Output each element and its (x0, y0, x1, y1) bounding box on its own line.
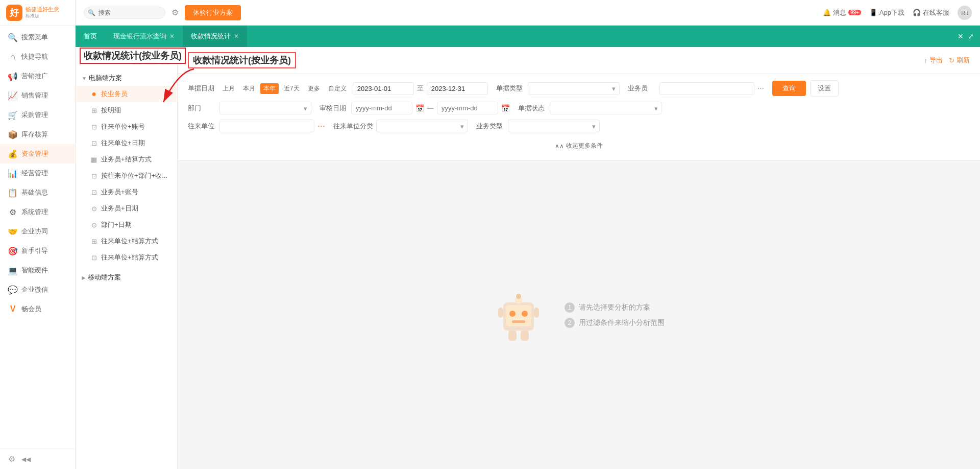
tab-home[interactable]: 首页 (76, 26, 105, 47)
sidebar-item-marketing[interactable]: 📢 营销推广 (0, 66, 75, 86)
tab-bar: 首页 现金银行流水查询 ✕ 收款情况统计 ✕ ✕ ⤢ (76, 26, 980, 47)
sidebar-item-operation[interactable]: 📊 经营管理 (0, 163, 75, 183)
sidebar-item-capital[interactable]: 💰 资金管理 (0, 144, 75, 163)
online-service-btn[interactable]: 🎧 在线客服 (913, 8, 949, 17)
tab-close-bank-flow[interactable]: ✕ (169, 33, 175, 40)
svg-rect-7 (498, 308, 503, 318)
purchase-icon: 🛒 (8, 110, 17, 120)
date-end-input[interactable] (427, 82, 488, 95)
review-date-start[interactable] (351, 102, 412, 114)
date-filter-item: 单据日期 上月 本月 本年 近7天 更多 自定义 至 (188, 82, 488, 95)
mobile-section-title[interactable]: ▶ 移动端方案 (76, 270, 177, 285)
svg-rect-8 (534, 308, 539, 318)
enterprise-icon: 🤝 (8, 227, 17, 236)
trial-button[interactable]: 体验行业方案 (185, 5, 241, 20)
scheme-item-salesman-account[interactable]: ⊡ 业务员+账号 (76, 184, 177, 200)
scheme-item-partner-account[interactable]: ⊡ 往来单位+账号 (76, 119, 177, 135)
salesman-account-icon: ⊡ (90, 188, 98, 196)
scheme-item-partner-settlement2[interactable]: ⊡ 往来单位+结算方式 (76, 249, 177, 266)
partner-input[interactable] (219, 120, 314, 132)
sidebar-item-enterprise[interactable]: 🤝 企业协同 (0, 222, 75, 241)
voucher-type-label: 单据类型 (496, 84, 525, 93)
salesman-date-icon: ⊙ (90, 204, 98, 213)
sidebar-item-inventory[interactable]: 📦 库存核算 (0, 125, 75, 144)
sidebar: 好 畅捷通好生意 标准版 🔍 搜索菜单 ⌂ 快捷导航 📢 营销推广 📈 销售管理… (0, 0, 76, 469)
scheme-item-partner-dept-recv[interactable]: ⊡ 按往来单位+部门+收... (76, 168, 177, 184)
basic-info-icon: 📋 (8, 188, 17, 197)
footer-settings-icon[interactable]: ⚙ (8, 454, 15, 464)
voucher-type-item: 单据类型 (496, 82, 620, 95)
svg-point-3 (522, 311, 528, 317)
notification-icon: 🔔 (823, 9, 831, 16)
scheme-item-partner-settlement1[interactable]: ⊞ 往来单位+结算方式 (76, 233, 177, 249)
scheme-item-by-detail[interactable]: ⊞ 按明细 (76, 102, 177, 119)
close-window-icon[interactable]: ✕ (958, 32, 964, 40)
dept-select[interactable] (219, 102, 311, 114)
date-tab-this-year[interactable]: 本年 (260, 83, 279, 94)
sidebar-item-search-menu[interactable]: 🔍 搜索菜单 (0, 28, 75, 47)
business-type-item: 业务类型 (476, 120, 600, 132)
voucher-status-select[interactable] (550, 102, 662, 114)
salesman-icon: ● (90, 90, 98, 98)
partner-category-select-wrap (376, 120, 468, 132)
page-content: 按以下方案查询 + ⚙ « ▼ 电脑端方案 ● 按业务员 ⊞ (76, 47, 980, 469)
date-label: 单据日期 (188, 84, 216, 93)
scheme-item-salesman-date[interactable]: ⊙ 业务员+日期 (76, 200, 177, 217)
calendar-icon-1[interactable]: 📅 (415, 104, 424, 112)
footer-collapse-icon[interactable]: ◀◀ (21, 456, 31, 463)
add-scheme-btn[interactable]: + (131, 53, 142, 64)
voucher-type-select[interactable] (528, 82, 620, 95)
refresh-btn[interactable]: ↻ 刷新 (949, 56, 970, 65)
sidebar-item-quick-nav[interactable]: ⌂ 快捷导航 (0, 47, 75, 66)
sidebar-item-wechat[interactable]: 💬 企业微信 (0, 280, 75, 299)
partner-more-btn[interactable]: ··· (317, 121, 325, 131)
desktop-scheme-section: ▼ 电脑端方案 ● 按业务员 ⊞ 按明细 ⊡ 往来单位+账号 ⊡ 往来单位+ (76, 68, 177, 268)
business-type-select[interactable] (508, 120, 600, 132)
review-date-end[interactable] (437, 102, 498, 114)
scheme-item-salesman-settlement[interactable]: ▦ 业务员+结算方式 (76, 151, 177, 168)
mobile-scheme-section: ▶ 移动端方案 (76, 268, 177, 287)
sidebar-item-smart-hw[interactable]: 💻 智能硬件 (0, 261, 75, 280)
sidebar-item-basic-info[interactable]: 📋 基础信息 (0, 183, 75, 202)
user-avatar[interactable]: Rit (958, 6, 972, 20)
scheme-item-dept-date[interactable]: ⊙ 部门+日期 (76, 217, 177, 233)
sidebar-item-sales[interactable]: 📈 销售管理 (0, 86, 75, 105)
date-tab-custom[interactable]: 自定义 (325, 83, 350, 94)
partner-label: 往来单位 (188, 122, 216, 131)
desktop-section-title[interactable]: ▼ 电脑端方案 (76, 71, 177, 86)
tab-close-receivable[interactable]: ✕ (234, 33, 239, 40)
maximize-window-icon[interactable]: ⤢ (968, 32, 974, 40)
search-input[interactable] (84, 7, 165, 19)
desktop-arrow-icon: ▼ (82, 76, 87, 81)
tab-bank-flow[interactable]: 现金银行流水查询 ✕ (105, 26, 183, 47)
salesman-input[interactable] (659, 82, 754, 95)
date-tab-last-month[interactable]: 上月 (219, 83, 238, 94)
date-tab-this-month[interactable]: 本月 (240, 83, 258, 94)
sidebar-item-guide[interactable]: 🎯 新手引导 (0, 241, 75, 261)
scheme-item-partner-date[interactable]: ⊡ 往来单位+日期 (76, 135, 177, 151)
scheme-item-by-salesman[interactable]: ● 按业务员 (76, 86, 177, 102)
left-panel-actions: + ⚙ « (131, 53, 171, 64)
date-tab-7days[interactable]: 近7天 (281, 83, 303, 94)
sidebar-item-purchase[interactable]: 🛒 采购管理 (0, 105, 75, 125)
calendar-icon-2[interactable]: 📅 (501, 104, 510, 112)
export-btn[interactable]: ↑ 导出 (924, 56, 943, 65)
sidebar-item-system[interactable]: ⚙ 系统管理 (0, 202, 75, 222)
app-download-btn[interactable]: 📱 App下载 (869, 8, 904, 17)
home-icon: ⌂ (8, 52, 17, 61)
page-title-bar: 收款情况统计(按业务员) ↑ 导出 ↻ 刷新 (178, 47, 980, 74)
salesman-more-icon[interactable]: ··· (757, 84, 764, 93)
collapse-bar[interactable]: ∧∧ 收起更多条件 (188, 137, 970, 154)
date-start-input[interactable] (353, 82, 414, 95)
partner-category-select[interactable] (376, 120, 468, 132)
filter-settings-button[interactable]: 设置 (810, 80, 839, 97)
member-icon: V (8, 304, 17, 314)
tab-receivable-stats[interactable]: 收款情况统计 ✕ (183, 26, 247, 47)
query-button[interactable]: 查询 (772, 81, 806, 96)
notification-btn[interactable]: 🔔 消息 99+ (823, 8, 861, 17)
collapse-panel-btn[interactable]: « (160, 53, 171, 64)
gear-icon[interactable]: ⚙ (172, 8, 179, 17)
settings-scheme-btn[interactable]: ⚙ (145, 53, 157, 64)
sidebar-item-member[interactable]: V 畅会员 (0, 299, 75, 319)
date-tab-more[interactable]: 更多 (305, 83, 323, 94)
